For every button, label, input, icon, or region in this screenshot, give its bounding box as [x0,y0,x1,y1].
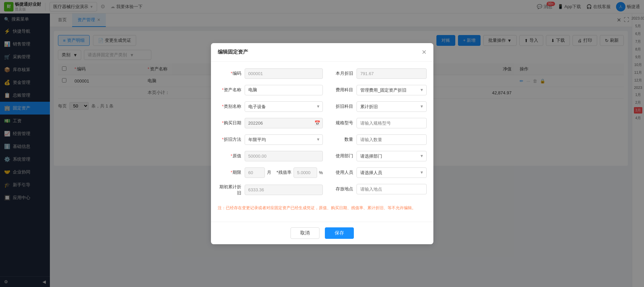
category-label: *类别名称 [218,103,245,109]
form-row-original-value: *原值 [218,151,323,161]
location-label: 存放地点 [330,186,357,192]
residual-rate-unit: % [319,170,323,175]
form-row-current-dep: 本月折旧 [330,68,426,79]
form-row-dept: 使用部门 请选择部门 ▼ [330,151,426,161]
dept-select[interactable]: 请选择部门 [357,151,426,161]
person-label: 使用人员 [330,169,357,176]
modal-body: *编码 *资产名称 *类别名称 [211,62,433,222]
cancel-btn[interactable]: 取消 [290,227,319,239]
form-row-quantity: 数量 [330,134,426,145]
period-label: *期限 [218,169,245,176]
current-dep-input[interactable] [357,68,426,79]
dept-label: 使用部门 [330,153,357,159]
dep-subject-label: 折旧科目 [330,103,357,109]
modal-footer: 取消 保存 [211,222,433,244]
expense-subject-select-wrap: 管理费用_固定资产折旧 ▼ [357,85,426,95]
form-row-person: 使用人员 请选择人员 ▼ [330,167,426,178]
form-row-spec: 规格型号 [330,118,426,128]
asset-name-input[interactable] [245,85,323,95]
period-inline: 月 *残值率 % [245,167,323,178]
form-row-category: *类别名称 电子设备 ▼ [218,101,323,112]
period-input[interactable] [245,167,265,178]
dept-select-wrap: 请选择部门 ▼ [357,151,426,161]
form-row-dep-method: *折旧方法 年限平均 ▼ [218,134,323,145]
quantity-label: 数量 [330,136,357,142]
form-row-code: *编码 [218,68,323,79]
form-right-col: 本月折旧 费用科目 管理费用_固定资产折旧 ▼ [323,68,426,202]
spec-input[interactable] [357,118,426,128]
form-row-initial-dep: 期初累计折旧 [218,184,323,196]
save-btn[interactable]: 保存 [325,227,354,239]
quantity-input[interactable] [357,134,426,145]
purchase-date-input[interactable] [245,118,323,128]
spec-label: 规格型号 [330,120,357,126]
modal-note: 注：已经存在变更记录或者对应固定资产已经生成凭证，原值、购买日期、残值率、累计折… [218,202,427,215]
current-dep-label: 本月折旧 [330,70,357,76]
form-row-purchase-date: *购买日期 📅 [218,118,323,128]
form-row-asset-name: *资产名称 [218,85,323,95]
form-row-expense-subject: 费用科目 管理费用_固定资产折旧 ▼ [330,85,426,95]
form-grid: *编码 *资产名称 *类别名称 [218,68,427,202]
form-row-dep-subject: 折旧科目 累计折旧 ▼ [330,101,426,112]
residual-rate-input[interactable] [294,167,317,178]
form-row-location: 存放地点 [330,184,426,194]
dep-subject-select[interactable]: 累计折旧 [357,101,426,112]
expense-subject-label: 费用科目 [330,87,357,93]
asset-name-label: *资产名称 [218,87,245,93]
code-input[interactable] [245,68,323,79]
category-select-wrap: 电子设备 ▼ [245,101,323,112]
dep-method-label: *折旧方法 [218,136,245,142]
form-row-period: *期限 月 *残值率 % [218,167,323,178]
residual-rate-label: *残值率 [277,169,292,176]
purchase-date-wrap: 📅 [245,118,323,128]
calendar-icon: 📅 [314,120,320,126]
modal-header: 编辑固定资产 ✕ [211,43,433,62]
form-left-col: *编码 *资产名称 *类别名称 [218,68,323,202]
person-select[interactable]: 请选择人员 [357,167,426,178]
modal-title: 编辑固定资产 [218,49,248,55]
initial-dep-label: 期初累计折旧 [218,184,245,196]
original-value-label: *原值 [218,153,245,159]
dep-method-select[interactable]: 年限平均 [245,134,323,145]
person-select-wrap: 请选择人员 ▼ [357,167,426,178]
period-unit: 月 [267,169,271,176]
modal-close-btn[interactable]: ✕ [422,49,427,56]
dep-subject-select-wrap: 累计折旧 ▼ [357,101,426,112]
code-label: *编码 [218,70,245,76]
expense-subject-select[interactable]: 管理费用_固定资产折旧 [357,85,426,95]
original-value-input[interactable] [245,151,323,161]
initial-dep-input[interactable] [245,185,323,195]
location-input[interactable] [357,184,426,194]
dep-method-select-wrap: 年限平均 ▼ [245,134,323,145]
category-select[interactable]: 电子设备 [245,101,323,112]
purchase-date-label: *购买日期 [218,120,245,126]
modal-overlay: 编辑固定资产 ✕ *编码 *资产名称 [0,0,644,287]
edit-asset-modal: 编辑固定资产 ✕ *编码 *资产名称 [211,43,433,244]
